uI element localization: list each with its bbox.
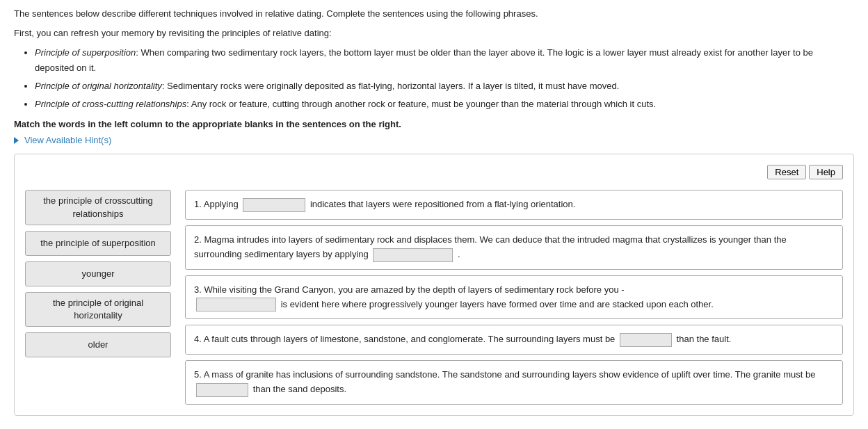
sentence-1-blank[interactable] bbox=[243, 198, 305, 212]
sentence-1-before-text: Applying bbox=[204, 199, 239, 209]
help-button[interactable]: Help bbox=[809, 165, 843, 179]
principle-horizontality-text: : Sedimentary rocks were originally depo… bbox=[162, 81, 620, 91]
sentence-2-blank[interactable] bbox=[373, 248, 453, 262]
sentence-5-after: than the sand deposits. bbox=[253, 384, 346, 394]
sentence-1: 1. Applying indicates that layers were r… bbox=[185, 190, 843, 220]
drag-item-horizontality[interactable]: the principle of original horizontality bbox=[25, 292, 171, 327]
drag-item-superposition[interactable]: the principle of superposition bbox=[25, 231, 171, 256]
sentence-2-after: . bbox=[458, 249, 460, 259]
principle-horizontality: Principle of original horizontality: Sed… bbox=[35, 79, 854, 94]
sentence-2-number: 2. bbox=[194, 234, 202, 245]
exercise-container: Reset Help the principle of crosscutting… bbox=[14, 154, 854, 415]
sentence-4-after: than the fault. bbox=[677, 334, 732, 344]
principle-superposition-title: Principle of superposition bbox=[35, 47, 136, 58]
sentence-5-blank[interactable] bbox=[196, 383, 248, 397]
principle-horizontality-title: Principle of original horizontality bbox=[35, 81, 162, 91]
intro-line1: The sentences below describe different t… bbox=[14, 7, 854, 21]
sentence-5-number: 5. bbox=[194, 369, 202, 380]
hint-link-label: View Available Hint(s) bbox=[24, 135, 111, 145]
hint-link[interactable]: View Available Hint(s) bbox=[14, 135, 111, 145]
principle-superposition-text: : When comparing two sedimentary rock la… bbox=[35, 47, 813, 73]
principle-crosscutting: Principle of cross-cutting relationships… bbox=[35, 97, 854, 112]
reset-button[interactable]: Reset bbox=[767, 165, 806, 179]
sentence-3: 3. While visiting the Grand Canyon, you … bbox=[185, 275, 843, 320]
sentence-4: 4. A fault cuts through layers of limest… bbox=[185, 325, 843, 355]
left-column: the principle of crosscutting relationsh… bbox=[25, 190, 171, 404]
sentence-4-blank[interactable] bbox=[620, 333, 672, 347]
sentence-3-number: 3. bbox=[194, 284, 202, 295]
principle-superposition: Principle of superposition: When compari… bbox=[35, 45, 854, 76]
sentence-1-after: indicates that layers were repositioned … bbox=[310, 199, 576, 209]
exercise-body: the principle of crosscutting relationsh… bbox=[25, 190, 843, 404]
drag-item-crosscutting[interactable]: the principle of crosscutting relationsh… bbox=[25, 190, 171, 225]
drag-item-older[interactable]: older bbox=[25, 332, 171, 357]
sentence-4-number: 4. bbox=[194, 334, 202, 344]
sentence-3-after: is evident here where progressively youn… bbox=[281, 299, 714, 309]
sentence-5: 5. A mass of granite has inclusions of s… bbox=[185, 360, 843, 405]
top-buttons: Reset Help bbox=[25, 165, 843, 179]
drag-item-younger[interactable]: younger bbox=[25, 261, 171, 286]
right-column: 1. Applying indicates that layers were r… bbox=[185, 190, 843, 404]
principle-crosscutting-text: : Any rock or feature, cutting through a… bbox=[186, 99, 656, 109]
match-instruction: Match the words in the left column to th… bbox=[14, 119, 854, 129]
principles-list: Principle of superposition: When compari… bbox=[14, 45, 854, 112]
sentence-2: 2. Magma intrudes into layers of sedimen… bbox=[185, 225, 843, 270]
intro-line2: First, you can refresh your memory by re… bbox=[14, 26, 854, 40]
principle-crosscutting-title: Principle of cross-cutting relationships bbox=[35, 99, 186, 109]
sentence-1-number: 1. bbox=[194, 199, 202, 209]
hint-arrow-icon bbox=[14, 137, 19, 144]
sentence-3-blank[interactable] bbox=[196, 298, 276, 311]
